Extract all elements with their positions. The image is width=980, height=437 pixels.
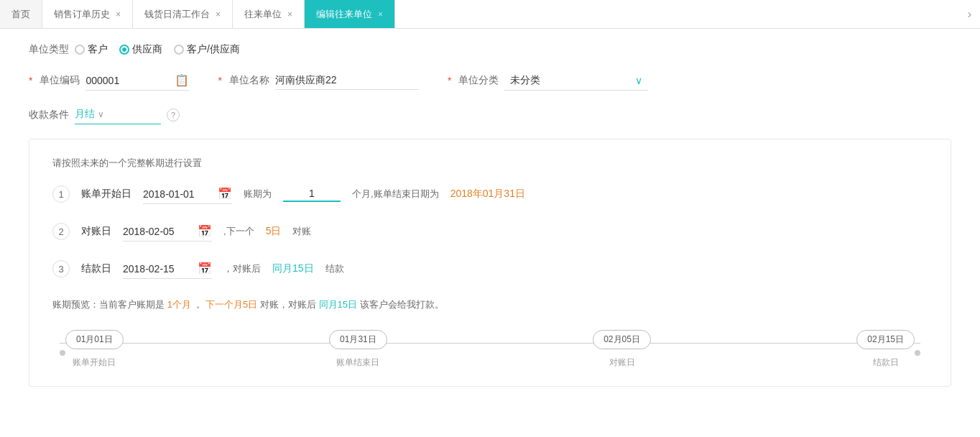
setting-number-1: 1 bbox=[52, 185, 70, 203]
setting-number-3: 3 bbox=[52, 260, 70, 277]
tab-expand-button[interactable]: › bbox=[959, 0, 980, 28]
unit-code-icon[interactable]: 📋 bbox=[175, 73, 189, 87]
timeline-node-0: 01月01日 账单开始日 bbox=[65, 330, 124, 369]
settings-card: 请按照未来的一个完整帐期进行设置 1 账单开始日 📅 账期为 个月,账单结束日期… bbox=[29, 139, 951, 387]
reconcile-date-input-wrapper: 📅 bbox=[123, 221, 212, 242]
timeline-label-1: 账单结束日 bbox=[336, 356, 379, 369]
timeline-pill-1: 01月31日 bbox=[329, 330, 387, 349]
period-desc-prefix: 账期为 bbox=[244, 188, 272, 201]
tab-cashier-workbench-label: 钱货日清工作台 bbox=[144, 8, 210, 21]
tab-partner-units-close[interactable]: × bbox=[287, 9, 292, 19]
preview-text2: ， bbox=[193, 299, 203, 310]
tab-home-label: 首页 bbox=[11, 8, 30, 21]
settlement-desc-part1: ，对账后 bbox=[223, 262, 261, 275]
payment-condition-label: 收款条件 bbox=[29, 109, 69, 121]
tab-edit-partner-units-close[interactable]: × bbox=[378, 9, 383, 19]
preview-part1: 1个月 bbox=[167, 299, 191, 310]
timeline-pill-2: 02月05日 bbox=[593, 330, 651, 349]
timeline-node-2: 02月05日 对账日 bbox=[593, 330, 651, 369]
setting-label-3: 结款日 bbox=[81, 262, 111, 275]
timeline-label-3: 结款日 bbox=[873, 356, 899, 369]
timeline-node-1: 01月31日 账单结束日 bbox=[329, 330, 387, 369]
unit-name-field: * 单位名称 bbox=[218, 72, 418, 90]
reconcile-desc-part1: ,下一个 bbox=[223, 225, 254, 238]
timeline-pill-0: 01月01日 bbox=[65, 330, 124, 349]
unit-classify-label: 单位分类 bbox=[458, 74, 499, 87]
settlement-desc-part2: 结款 bbox=[325, 262, 344, 275]
radio-customer-circle bbox=[75, 45, 85, 55]
radio-supplier-circle bbox=[119, 45, 129, 55]
tab-partner-units[interactable]: 往来单位 × bbox=[233, 0, 305, 28]
tab-bar: 首页 销售订单历史 × 钱货日清工作台 × 往来单位 × 编辑往来单位 × › bbox=[0, 0, 980, 29]
settlement-date-calendar-icon[interactable]: 📅 bbox=[198, 262, 212, 275]
unit-type-radio-group: 客户 供应商 客户/供应商 bbox=[75, 43, 240, 56]
timeline-right-dot bbox=[915, 350, 920, 356]
setting-label-1: 账单开始日 bbox=[81, 188, 131, 201]
timeline-label-2: 对账日 bbox=[609, 356, 635, 369]
tab-edit-partner-units-label: 编辑往来单位 bbox=[316, 8, 372, 21]
preview-text3: 对账，对账后 bbox=[260, 299, 316, 310]
setting-row-2: 2 对账日 📅 ,下一个 5日 对账 bbox=[52, 221, 928, 242]
timeline-nodes: 01月01日 账单开始日 01月31日 账单结束日 02月05日 对账日 02月… bbox=[65, 330, 915, 369]
timeline-node-3: 02月15日 结款日 bbox=[856, 330, 915, 369]
settlement-date-input[interactable] bbox=[123, 263, 195, 275]
payment-condition-help-icon[interactable]: ? bbox=[167, 109, 180, 121]
unit-name-input[interactable] bbox=[275, 72, 419, 90]
start-date-input[interactable] bbox=[143, 188, 215, 200]
payment-condition-chevron-icon: ∨ bbox=[98, 109, 104, 119]
radio-customer-supplier-circle bbox=[174, 45, 184, 55]
unit-type-label: 单位类型 bbox=[29, 43, 69, 56]
radio-customer[interactable]: 客户 bbox=[75, 43, 108, 56]
tab-edit-partner-units[interactable]: 编辑往来单位 × bbox=[305, 0, 395, 28]
radio-supplier-label: 供应商 bbox=[132, 43, 162, 56]
preview-text4: 该客户会给我打款。 bbox=[360, 299, 444, 310]
payment-condition-field: 收款条件 月结 ∨ ? bbox=[29, 105, 180, 124]
tab-sales-history[interactable]: 销售订单历史 × bbox=[42, 0, 133, 28]
tab-cashier-workbench[interactable]: 钱货日清工作台 × bbox=[133, 0, 233, 28]
unit-classify-arrow-icon: ∨ bbox=[635, 75, 642, 86]
payment-condition-select[interactable]: 月结 ∨ bbox=[75, 105, 161, 124]
reconcile-date-input[interactable] bbox=[123, 226, 195, 237]
unit-name-required: * bbox=[218, 75, 221, 86]
unit-code-input-wrapper: 📋 bbox=[85, 70, 189, 91]
payment-condition-value: 月结 bbox=[75, 108, 95, 121]
radio-customer-label: 客户 bbox=[88, 43, 108, 56]
start-date-calendar-icon[interactable]: 📅 bbox=[218, 187, 232, 201]
start-date-input-wrapper: 📅 bbox=[143, 184, 232, 204]
settlement-highlight2: 同月15日 bbox=[272, 262, 314, 275]
unit-classify-required: * bbox=[448, 75, 451, 86]
end-date-highlight: 2018年01月31日 bbox=[450, 188, 525, 201]
payment-condition-row: 收款条件 月结 ∨ ? bbox=[29, 105, 951, 124]
unit-classify-select[interactable]: 未分类 ∨ bbox=[504, 71, 648, 91]
setting-number-2: 2 bbox=[52, 223, 70, 240]
tab-partner-units-label: 往来单位 bbox=[244, 8, 282, 21]
period-input[interactable] bbox=[283, 186, 341, 202]
radio-customer-supplier-label: 客户/供应商 bbox=[187, 43, 240, 56]
setting-label-2: 对账日 bbox=[81, 225, 111, 238]
unit-type-row: 单位类型 客户 供应商 客户/供应商 bbox=[29, 43, 951, 56]
main-content: 单位类型 客户 供应商 客户/供应商 * 单位编码 bbox=[0, 29, 980, 437]
unit-code-field: * 单位编码 📋 bbox=[29, 70, 189, 91]
tab-sales-history-label: 销售订单历史 bbox=[54, 8, 110, 21]
unit-code-required: * bbox=[29, 75, 32, 86]
timeline-pill-3: 02月15日 bbox=[856, 330, 915, 349]
tab-home[interactable]: 首页 bbox=[0, 0, 42, 28]
period-desc-suffix: 个月,账单结束日期为 bbox=[352, 188, 439, 201]
tab-sales-history-close[interactable]: × bbox=[116, 9, 121, 19]
timeline-left-dot bbox=[60, 350, 65, 356]
unit-code-input[interactable] bbox=[85, 75, 172, 86]
card-hint: 请按照未来的一个完整帐期进行设置 bbox=[52, 157, 928, 170]
radio-supplier[interactable]: 供应商 bbox=[119, 43, 162, 56]
unit-type-field: 单位类型 客户 供应商 客户/供应商 bbox=[29, 43, 240, 56]
preview-text: 账期预览：当前客户账期是 1个月 ， 下一个月5日 对账，对账后 同月15日 该… bbox=[52, 296, 928, 313]
setting-row-1: 1 账单开始日 📅 账期为 个月,账单结束日期为 2018年01月31日 bbox=[52, 184, 928, 204]
preview-part3: 同月15日 bbox=[319, 299, 357, 310]
tab-cashier-workbench-close[interactable]: × bbox=[216, 9, 221, 19]
preview-part2: 下一个月5日 bbox=[205, 299, 257, 310]
unit-classify-value: 未分类 bbox=[510, 74, 632, 87]
preview-label: 账期预览：当前客户账期是 bbox=[52, 299, 165, 310]
unit-name-label: 单位名称 bbox=[229, 74, 269, 87]
reconcile-date-calendar-icon[interactable]: 📅 bbox=[198, 224, 212, 238]
reconcile-desc-part2: 对账 bbox=[292, 225, 311, 238]
radio-customer-supplier[interactable]: 客户/供应商 bbox=[174, 43, 240, 56]
